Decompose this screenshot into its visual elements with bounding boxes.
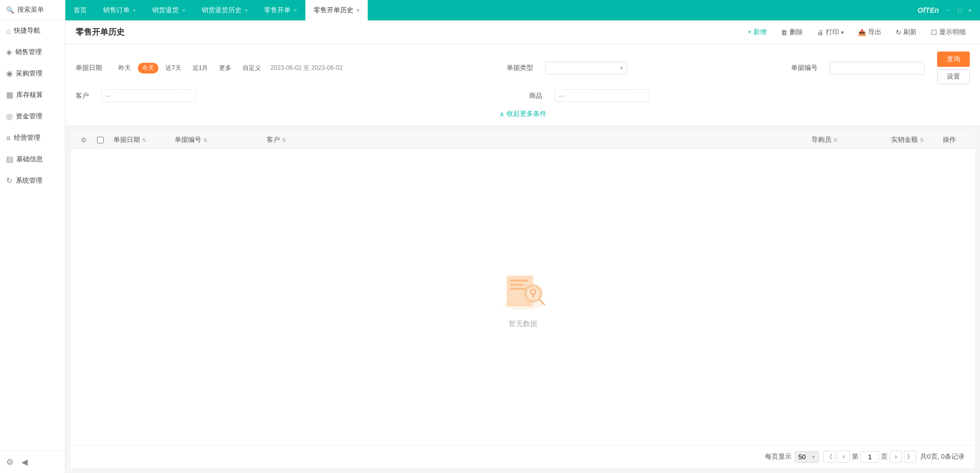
table-settings-icon[interactable]: ⚙ xyxy=(76,136,92,144)
tab-retail-open-history[interactable]: 零售开单历史 × xyxy=(305,0,368,20)
export-button[interactable]: 📤 导出 xyxy=(854,26,886,39)
refresh-button[interactable]: ↻ 刷新 xyxy=(892,26,921,39)
first-page-button[interactable]: 《 xyxy=(823,451,835,463)
maximize-button[interactable]: □ xyxy=(958,7,962,14)
prev-page-button[interactable]: ‹ xyxy=(838,451,850,463)
col-action-label: 操作 xyxy=(943,135,956,144)
sidebar-item-label: 快捷导航 xyxy=(14,26,40,35)
window-controls: OfTEn － □ × xyxy=(918,0,980,20)
sidebar-item-inventory[interactable]: ▦ 库存核算 xyxy=(0,84,65,106)
col-amount[interactable]: 实销金额 ⇅ xyxy=(868,135,929,144)
setting-button[interactable]: 设置 xyxy=(937,69,970,84)
table-header: ⚙ 单据日期 ⇅ 单据编号 ⇅ 客户 ⇅ 导购员 ⇅ 实销金额 ⇅ xyxy=(70,131,975,149)
refresh-label: 刷新 xyxy=(903,28,917,37)
sidebar-item-sys-mgmt[interactable]: ↻ 系统管理 xyxy=(0,170,65,191)
filter-row-2: 客户 商品 xyxy=(76,89,970,102)
operations-icon: ≡ xyxy=(6,134,11,142)
customer-filter-input[interactable] xyxy=(101,89,196,102)
date-opt-yesterday[interactable]: 昨天 xyxy=(114,63,135,73)
number-filter-label: 单据编号 xyxy=(791,63,818,72)
brand-name: OfTEn xyxy=(918,6,939,14)
minimize-button[interactable]: － xyxy=(945,6,952,15)
settings-bottom-icon[interactable]: ⚙ xyxy=(6,457,13,467)
sidebar-search[interactable]: 🔍 搜索菜单 xyxy=(0,0,65,20)
collapse-label: 收起更多条件 xyxy=(507,109,546,118)
goods-filter-input[interactable] xyxy=(555,89,650,102)
tab-sales-return-history-close[interactable]: × xyxy=(245,7,248,13)
tab-sales-order[interactable]: 销售订单 × xyxy=(95,0,144,20)
sales-icon: ◈ xyxy=(6,47,12,57)
close-button[interactable]: × xyxy=(968,7,972,14)
sidebar-item-label: 库存核算 xyxy=(16,90,43,99)
date-opt-1month[interactable]: 近1月 xyxy=(188,63,212,73)
svg-rect-2 xyxy=(510,280,528,282)
inventory-icon: ▦ xyxy=(6,90,13,99)
base-info-icon: ▤ xyxy=(6,155,13,164)
display-detail-button[interactable]: ☐ 显示明细 xyxy=(927,26,970,39)
next-page-button[interactable]: › xyxy=(890,451,902,463)
tab-retail-open-close[interactable]: × xyxy=(294,7,297,13)
page-title: 零售开单历史 xyxy=(76,27,125,38)
sidebar-search-label: 搜索菜单 xyxy=(17,5,44,14)
tab-sales-return-history[interactable]: 销货退货历史 × xyxy=(194,0,256,20)
tab-retail-open[interactable]: 零售开单 × xyxy=(256,0,305,20)
page-label: 第 xyxy=(852,452,858,461)
tab-home[interactable]: 首页 xyxy=(65,0,95,20)
sidebar-item-label: 基础信息 xyxy=(16,155,43,164)
toolbar: + 新增 🗑 删除 🖨 打印 ▾ 📤 导出 ↻ 刷新 ☐ 显示明细 xyxy=(744,26,970,39)
delete-button[interactable]: 🗑 删除 xyxy=(777,26,807,39)
sidebar-item-operations[interactable]: ≡ 经营管理 xyxy=(0,127,65,148)
print-button[interactable]: 🖨 打印 ▾ xyxy=(813,26,848,39)
page-number-input[interactable] xyxy=(861,451,879,463)
select-all-checkbox[interactable] xyxy=(97,137,104,143)
sidebar-item-label: 系统管理 xyxy=(16,176,42,185)
export-icon: 📤 xyxy=(858,29,866,36)
number-filter-input[interactable] xyxy=(830,62,925,74)
collapse-btn[interactable]: ∧ 收起更多条件 xyxy=(499,109,546,118)
sidebar-item-purchase-mgmt[interactable]: ◉ 采购管理 xyxy=(0,63,65,84)
col-number[interactable]: 单据编号 ⇅ xyxy=(170,135,261,144)
sort-customer-icon: ⇅ xyxy=(282,137,286,143)
collapse-sidebar-icon[interactable]: ◀ xyxy=(21,457,28,467)
pagination: 每页显示 20 50 100 200 《 ‹ 第 页 › 》 xyxy=(70,445,975,468)
total-info: 共0页, 0条记录 xyxy=(920,452,965,461)
search-icon: 🔍 xyxy=(6,6,14,14)
date-opt-more[interactable]: 更多 xyxy=(215,63,235,73)
col-guide[interactable]: 导购员 ⇅ xyxy=(806,135,868,144)
sidebar-item-finance[interactable]: ◎ 资金管理 xyxy=(0,106,65,127)
sidebar-item-sales-mgmt[interactable]: ◈ 销售管理 xyxy=(0,41,65,63)
svg-point-6 xyxy=(527,287,540,300)
sidebar-item-label: 经营管理 xyxy=(14,133,40,142)
last-page-button[interactable]: 》 xyxy=(904,451,916,463)
type-select[interactable] xyxy=(545,62,627,74)
table-select-all[interactable] xyxy=(92,137,108,143)
empty-state: 暂无数据 xyxy=(70,149,975,445)
sidebar-item-quick-nav[interactable]: ⌂ 快捷导航 xyxy=(0,20,65,41)
sort-guide-icon: ⇅ xyxy=(833,137,838,143)
content-area: ⚙ 单据日期 ⇅ 单据编号 ⇅ 客户 ⇅ 导购员 ⇅ 实销金额 ⇅ xyxy=(70,131,975,468)
tab-sales-return-close[interactable]: × xyxy=(182,7,185,13)
goods-filter-label: 商品 xyxy=(529,91,542,101)
delete-label: 删除 xyxy=(790,28,803,37)
filter-row-1: 单据日期 昨天 今天 近7天 近1月 更多 自定义 2023-06-02 至 2… xyxy=(76,52,970,84)
add-button[interactable]: + 新增 xyxy=(744,26,771,39)
date-opt-custom[interactable]: 自定义 xyxy=(238,63,265,73)
date-opt-7days[interactable]: 近7天 xyxy=(161,63,185,73)
page-nav: 《 ‹ 第 页 › 》 xyxy=(823,451,916,463)
delete-icon: 🗑 xyxy=(781,29,787,36)
col-date[interactable]: 单据日期 ⇅ xyxy=(108,135,170,144)
svg-rect-3 xyxy=(510,284,524,286)
main-content: 首页 销售订单 × 销货退货 × 销货退货历史 × 零售开单 × 零售开单历史 … xyxy=(65,0,980,473)
tab-sales-return[interactable]: 销货退货 × xyxy=(144,0,193,20)
query-button[interactable]: 查询 xyxy=(937,52,970,67)
col-customer-label: 客户 xyxy=(267,135,280,144)
page-size-select[interactable]: 20 50 100 200 xyxy=(795,451,819,463)
tab-sales-order-close[interactable]: × xyxy=(133,7,136,13)
add-label: + 新增 xyxy=(748,28,767,37)
sidebar-item-base-info[interactable]: ▤ 基础信息 xyxy=(0,148,65,170)
col-customer[interactable]: 客户 ⇅ xyxy=(261,135,806,144)
date-opt-today[interactable]: 今天 xyxy=(138,63,158,73)
purchase-icon: ◉ xyxy=(6,69,13,78)
tab-retail-open-history-close[interactable]: × xyxy=(356,7,360,13)
refresh-icon: ↻ xyxy=(896,29,901,36)
